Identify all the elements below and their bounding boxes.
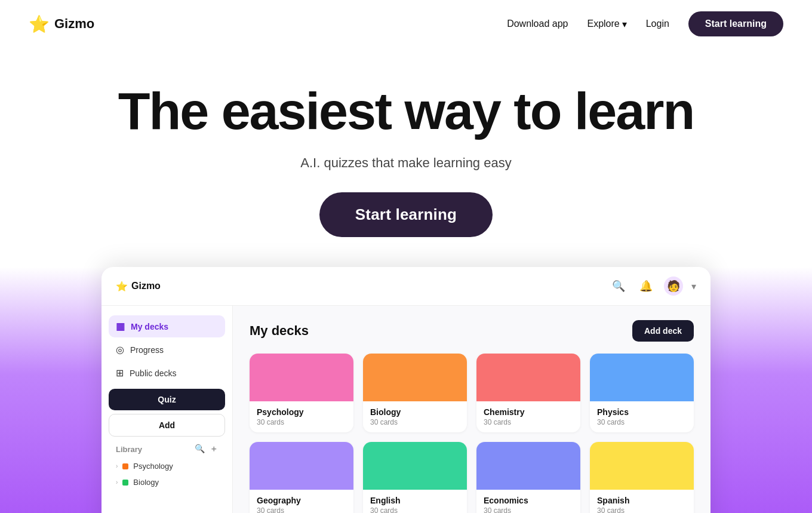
deck-color-bar — [363, 442, 467, 490]
avatar[interactable]: 🧑 — [664, 277, 683, 296]
chevron-down-icon[interactable]: ▾ — [691, 281, 696, 292]
quiz-button[interactable]: Quiz — [109, 389, 225, 410]
explore-link[interactable]: Explore ▾ — [587, 19, 626, 30]
deck-info: Psychology 30 cards — [250, 401, 353, 432]
sidebar-public-decks-label: Public decks — [130, 368, 177, 378]
deck-info: Biology 30 cards — [363, 401, 467, 432]
deck-name: Biology — [370, 407, 460, 417]
deck-name: Physics — [597, 407, 687, 417]
deck-info: English 30 cards — [363, 490, 467, 513]
nav-logo[interactable]: ⭐ Gizmo — [29, 14, 94, 34]
deck-card[interactable]: Geography 30 cards — [250, 442, 353, 513]
deck-color-bar — [250, 442, 353, 490]
add-deck-button[interactable]: Add deck — [632, 320, 694, 342]
app-topbar-icons: 🔍 🔔 🧑 ▾ — [609, 277, 696, 296]
deck-count: 30 cards — [484, 418, 573, 426]
deck-color-bar — [250, 354, 353, 401]
library-add-icon[interactable]: ＋ — [210, 444, 218, 454]
public-decks-icon: ⊞ — [116, 367, 124, 379]
library-label: Library — [116, 445, 142, 454]
deck-color-bar — [476, 354, 580, 401]
app-topbar: ⭐ Gizmo 🔍 🔔 🧑 ▾ — [102, 267, 710, 306]
main-title: My decks — [250, 323, 309, 339]
deck-card[interactable]: English 30 cards — [363, 442, 467, 513]
app-body: ▦ My decks ◎ Progress ⊞ Public decks Qui… — [102, 306, 710, 513]
nav-start-learning-button[interactable]: Start learning — [688, 11, 783, 36]
library-psychology-label: Psychology — [133, 462, 173, 471]
app-logo-text: Gizmo — [131, 281, 161, 291]
deck-info: Physics 30 cards — [590, 401, 694, 432]
deck-grid: Psychology 30 cards Biology 30 cards Che… — [250, 354, 694, 513]
sidebar-item-public-decks[interactable]: ⊞ Public decks — [109, 362, 225, 384]
deck-count: 30 cards — [370, 506, 460, 513]
deck-card[interactable]: Biology 30 cards — [363, 354, 467, 432]
nav-links: Download app Explore ▾ Login Start learn… — [507, 11, 783, 36]
library-search-icon[interactable]: 🔍 — [195, 444, 205, 454]
main-header: My decks Add deck — [250, 320, 694, 342]
app-sidebar: ▦ My decks ◎ Progress ⊞ Public decks Qui… — [102, 306, 233, 513]
hero-subtitle: A.I. quizzes that make learning easy — [12, 155, 800, 171]
add-button[interactable]: Add — [109, 414, 225, 437]
sidebar-my-decks-label: My decks — [131, 322, 168, 331]
deck-count: 30 cards — [257, 418, 346, 426]
deck-card[interactable]: Physics 30 cards — [590, 354, 694, 432]
decks-icon: ▦ — [116, 321, 125, 332]
biology-color-dot — [122, 480, 128, 486]
bell-icon[interactable]: 🔔 — [636, 277, 656, 296]
chevron-right-icon: › — [116, 479, 118, 486]
hero-headline: The easiest way to learn — [48, 84, 764, 139]
deck-name: Psychology — [257, 407, 346, 417]
logo-star-icon: ⭐ — [29, 14, 50, 34]
navbar: ⭐ Gizmo Download app Explore ▾ Login Sta… — [0, 0, 812, 48]
deck-count: 30 cards — [370, 418, 460, 426]
deck-color-bar — [363, 354, 467, 401]
library-item-psychology[interactable]: › Psychology — [109, 458, 225, 474]
deck-name: Economics — [484, 496, 573, 505]
deck-color-bar — [590, 354, 694, 401]
logo-text: Gizmo — [54, 16, 94, 32]
app-preview-wrapper: ⭐ Gizmo 🔍 🔔 🧑 ▾ ▦ My decks ◎ Progress — [0, 267, 812, 513]
login-link[interactable]: Login — [646, 19, 669, 29]
deck-card[interactable]: Economics 30 cards — [476, 442, 580, 513]
psychology-color-dot — [122, 463, 128, 469]
library-actions[interactable]: 🔍 ＋ — [195, 444, 218, 454]
deck-color-bar — [476, 442, 580, 490]
sidebar-progress-label: Progress — [130, 345, 164, 355]
deck-card[interactable]: Psychology 30 cards — [250, 354, 353, 432]
progress-icon: ◎ — [116, 344, 124, 355]
deck-name: Geography — [257, 496, 346, 505]
deck-card[interactable]: Chemistry 30 cards — [476, 354, 580, 432]
download-app-link[interactable]: Download app — [507, 19, 568, 29]
hero-section: The easiest way to learn A.I. quizzes th… — [0, 48, 812, 237]
chevron-right-icon: › — [116, 463, 118, 469]
library-biology-label: Biology — [133, 478, 159, 487]
app-logo: ⭐ Gizmo — [116, 281, 161, 292]
deck-count: 30 cards — [597, 418, 687, 426]
app-main: My decks Add deck Psychology 30 cards Bi… — [233, 306, 710, 513]
deck-card[interactable]: Spanish 30 cards — [590, 442, 694, 513]
deck-name: Chemistry — [484, 407, 573, 417]
sidebar-item-my-decks[interactable]: ▦ My decks — [109, 315, 225, 337]
sidebar-item-progress[interactable]: ◎ Progress — [109, 339, 225, 361]
chevron-down-icon: ▾ — [622, 19, 627, 30]
deck-info: Geography 30 cards — [250, 490, 353, 513]
library-item-biology[interactable]: › Biology — [109, 474, 225, 490]
deck-info: Spanish 30 cards — [590, 490, 694, 513]
app-preview: ⭐ Gizmo 🔍 🔔 🧑 ▾ ▦ My decks ◎ Progress — [102, 267, 710, 513]
deck-name: English — [370, 496, 460, 505]
deck-info: Economics 30 cards — [476, 490, 580, 513]
deck-color-bar — [590, 442, 694, 490]
search-icon[interactable]: 🔍 — [609, 277, 628, 296]
hero-start-learning-button[interactable]: Start learning — [319, 192, 493, 237]
deck-name: Spanish — [597, 496, 687, 505]
library-header: Library 🔍 ＋ — [109, 437, 225, 458]
deck-count: 30 cards — [484, 506, 573, 513]
deck-count: 30 cards — [597, 506, 687, 513]
deck-count: 30 cards — [257, 506, 346, 513]
app-logo-star-icon: ⭐ — [116, 281, 128, 292]
deck-info: Chemistry 30 cards — [476, 401, 580, 432]
